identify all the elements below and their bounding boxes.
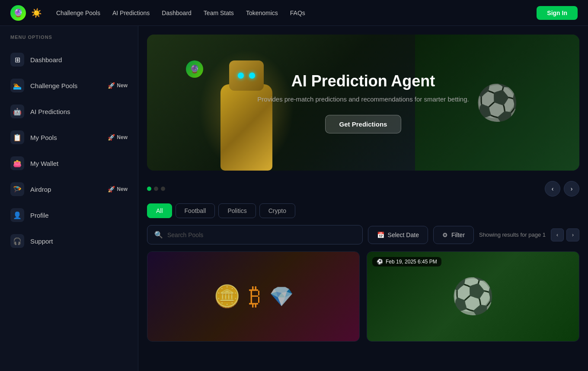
bitcoin-icon: ₿	[249, 282, 261, 310]
crypto-coins-icon: 🪙	[214, 284, 240, 309]
football-date-text: Feb 19, 2025 6:45 PM	[386, 259, 437, 265]
challenge-pools-new-badge: 🚀 New	[108, 82, 128, 89]
carousel-next-button[interactable]: ›	[564, 181, 579, 197]
nav-challenge-pools[interactable]: Challenge Pools	[56, 10, 100, 16]
main-layout: MENU OPTIONS ⊞ Dashboard 🏊 Challenge Poo…	[0, 26, 588, 371]
search-input[interactable]	[167, 231, 355, 238]
filter-tab-football[interactable]: Football	[176, 203, 215, 218]
lisk-logo-hero: 🔮	[186, 60, 203, 78]
sidebar-airdrop-label: Airdrop	[30, 186, 102, 193]
nav-ai-predictions[interactable]: AI Predictions	[112, 10, 150, 16]
select-date-button[interactable]: 📅 Select Date	[368, 226, 428, 244]
logo[interactable]: 🔮 ☀️	[10, 5, 42, 21]
challenge-pools-icon: 🏊	[10, 79, 24, 92]
my-pools-icon: 📋	[10, 130, 24, 144]
sidebar-ai-predictions-label: AI Predictions	[30, 108, 128, 115]
carousel-dot-3[interactable]	[161, 187, 165, 191]
page-arrows: ‹ ›	[551, 228, 579, 241]
search-filter-row: 🔍 📅 Select Date ⚙ Filter Showing results…	[147, 225, 579, 244]
get-predictions-button[interactable]: Get Predictions	[325, 115, 402, 133]
dashboard-icon: ⊞	[10, 53, 24, 67]
my-pools-rocket-icon: 🚀	[108, 134, 115, 141]
calendar-icon: 📅	[377, 231, 384, 238]
nav-team-stats[interactable]: Team Stats	[204, 10, 234, 16]
carousel-prev-button[interactable]: ‹	[545, 181, 560, 197]
football-date-badge: ⚽ Feb 19, 2025 6:45 PM	[372, 257, 441, 266]
pool-card-crypto[interactable]: 🪙 ₿ 💎 Ethereum will be below $1,500 on F…	[147, 251, 360, 342]
pool-card-crypto-image: 🪙 ₿ 💎	[147, 252, 359, 341]
select-date-label: Select Date	[388, 231, 419, 238]
page-prev-button[interactable]: ‹	[551, 228, 564, 241]
airdrop-rocket-icon: 🚀	[108, 186, 115, 193]
hero-banner: 🔮 AI Prediction Agent Provides pre-match…	[147, 35, 579, 171]
profile-icon: 👤	[10, 208, 24, 222]
support-icon: 🎧	[10, 234, 24, 248]
challenge-pools-rocket-icon: 🚀	[108, 82, 115, 89]
sidebar-item-dashboard[interactable]: ⊞ Dashboard	[0, 47, 138, 73]
sidebar-item-my-wallet[interactable]: 👛 My Wallet	[0, 150, 138, 176]
carousel-arrows: ‹ ›	[545, 181, 579, 197]
football-ball-icon: ⚽	[451, 276, 495, 317]
topnav-links: Challenge Pools AI Predictions Dashboard…	[56, 10, 523, 16]
carousel-dot-2[interactable]	[154, 187, 158, 191]
pool-card-football-image: ⚽ Feb 19, 2025 6:45 PM ⚽	[367, 252, 579, 341]
sidebar: MENU OPTIONS ⊞ Dashboard 🏊 Challenge Poo…	[0, 26, 138, 371]
sidebar-dashboard-label: Dashboard	[30, 56, 128, 63]
ai-predictions-icon: 🤖	[10, 105, 24, 118]
hero-title: AI Prediction Agent	[257, 72, 469, 90]
nav-tokenomics[interactable]: Tokenomics	[246, 10, 278, 16]
sidebar-item-support[interactable]: 🎧 Support	[0, 228, 138, 254]
pool-card-crypto-body: Ethereum will be below $1,500 on Feb 20,…	[147, 341, 359, 342]
results-label: Showing results for page 1	[479, 231, 546, 238]
page-next-button[interactable]: ›	[566, 228, 579, 241]
airdrop-new-badge: 🚀 New	[108, 186, 128, 193]
search-icon: 🔍	[154, 231, 163, 239]
nav-dashboard[interactable]: Dashboard	[162, 10, 192, 16]
filter-tab-all[interactable]: All	[147, 203, 172, 218]
airdrop-icon: 🪂	[10, 182, 24, 196]
nav-faqs[interactable]: FAQs	[290, 10, 305, 16]
main-content: 🔮 AI Prediction Agent Provides pre-match…	[138, 26, 588, 371]
carousel-controls: ‹ ›	[147, 178, 579, 203]
sidebar-item-profile[interactable]: 👤 Profile	[0, 202, 138, 228]
filter-tabs: All Football Politics Crypto	[147, 203, 579, 218]
menu-options-label: MENU OPTIONS	[0, 35, 138, 47]
robot-eyes	[238, 73, 255, 79]
sidebar-profile-label: Profile	[30, 212, 128, 219]
sidebar-item-challenge-pools[interactable]: 🏊 Challenge Pools 🚀 New	[0, 73, 138, 98]
my-wallet-icon: 👛	[10, 156, 24, 170]
sidebar-item-my-pools[interactable]: 📋 My Pools 🚀 New	[0, 124, 138, 150]
eth-icon: 💎	[269, 285, 294, 308]
hero-content: AI Prediction Agent Provides pre-match p…	[257, 72, 469, 133]
filter-icon: ⚙	[442, 231, 448, 238]
my-pools-new-badge: 🚀 New	[108, 134, 128, 141]
filter-button[interactable]: ⚙ Filter	[433, 226, 474, 244]
sidebar-item-airdrop[interactable]: 🪂 Airdrop 🚀 New	[0, 176, 138, 202]
pool-card-football-body: Borussia Dortmund VS Sporting CP outcome…	[367, 341, 579, 342]
logo-icon: 🔮	[10, 5, 26, 21]
filter-label: Filter	[451, 231, 465, 238]
carousel-dots	[147, 187, 165, 191]
signin-button[interactable]: Sign In	[537, 6, 578, 20]
filter-tab-crypto[interactable]: Crypto	[259, 203, 295, 218]
sidebar-item-ai-predictions[interactable]: 🤖 AI Predictions	[0, 98, 138, 124]
pools-grid: 🪙 ₿ 💎 Ethereum will be below $1,500 on F…	[147, 251, 579, 342]
sidebar-support-label: Support	[30, 238, 128, 245]
hero-subtitle: Provides pre-match predictions and recom…	[257, 95, 469, 103]
sidebar-my-wallet-label: My Wallet	[30, 160, 128, 167]
pool-card-football[interactable]: ⚽ Feb 19, 2025 6:45 PM ⚽ Borussia Dortmu…	[367, 251, 579, 342]
sidebar-my-pools-label: My Pools	[30, 134, 102, 141]
robot-eye-right	[249, 73, 255, 79]
sidebar-challenge-pools-label: Challenge Pools	[30, 82, 102, 89]
carousel-dot-1[interactable]	[147, 187, 151, 191]
soccer-icon-badge: ⚽	[377, 259, 383, 265]
sun-icon: ☀️	[30, 7, 42, 19]
search-box[interactable]: 🔍	[147, 225, 363, 244]
filter-tab-politics[interactable]: Politics	[218, 203, 256, 218]
topnav: 🔮 ☀️ Challenge Pools AI Predictions Dash…	[0, 0, 588, 26]
robot-eye-left	[238, 73, 244, 79]
